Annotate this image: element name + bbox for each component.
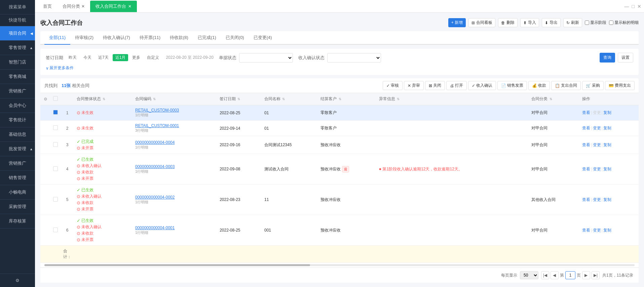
- date-opt-today[interactable]: 今天: [81, 54, 94, 61]
- filter-tab-closed[interactable]: 已关闭(0): [221, 31, 249, 45]
- doc-status-select[interactable]: [239, 53, 293, 63]
- close-action-btn[interactable]: ⊠ 关闭: [425, 81, 445, 90]
- tab-income-workbench[interactable]: 收入合同工作台 ✕: [90, 1, 137, 12]
- row-checkbox[interactable]: [53, 197, 58, 202]
- col-contract-type[interactable]: 合同分类 ⇅: [529, 93, 579, 105]
- contract-code-link[interactable]: RETAIL_CUSTOM-0003: [135, 108, 214, 113]
- sidebar-item-retail-mall[interactable]: 零售商城: [0, 70, 35, 84]
- sidebar-item-project[interactable]: 项目合同 ◀: [0, 26, 35, 41]
- settings-btn[interactable]: 设置: [618, 53, 633, 63]
- op-复制[interactable]: 复制: [603, 167, 611, 171]
- prev-page-btn[interactable]: ◀: [551, 271, 559, 279]
- first-page-btn[interactable]: |◀: [541, 271, 549, 279]
- col-overall-status[interactable]: 合同整体状态 ⇅: [74, 93, 132, 105]
- op-复制[interactable]: 复制: [603, 197, 611, 202]
- op-查看[interactable]: 查看: [582, 110, 590, 115]
- sidebar-item-purchase[interactable]: 采购管理: [0, 200, 35, 214]
- tab-close-contract-cat[interactable]: ✕: [81, 4, 85, 9]
- sidebar-item-smart-store[interactable]: 智慧门店: [0, 55, 35, 70]
- op-变更[interactable]: 变更: [593, 142, 601, 147]
- expand-conditions-btn[interactable]: ∨ 展开更多条件: [46, 65, 633, 71]
- date-opt-custom[interactable]: 自定义: [144, 54, 162, 61]
- current-page-input[interactable]: 1: [565, 271, 575, 279]
- op-查看[interactable]: 查看: [582, 228, 590, 233]
- op-变更[interactable]: 变更: [593, 126, 601, 130]
- horizontal-scrollbar[interactable]: [44, 264, 635, 266]
- contract-board-btn[interactable]: ⊞ 合同看板: [468, 18, 495, 27]
- row-checkbox[interactable]: [53, 142, 58, 147]
- op-复制[interactable]: 复制: [603, 126, 611, 130]
- income-confirm-select[interactable]: [327, 53, 381, 63]
- row-checkbox[interactable]: [53, 228, 58, 232]
- row-checkbox[interactable]: [53, 125, 58, 130]
- sidebar-search[interactable]: 搜索菜单: [0, 0, 35, 14]
- date-opt-more[interactable]: 更多: [129, 54, 143, 61]
- collection-action-btn[interactable]: 💰 收款: [528, 81, 550, 90]
- tab-close-income-workbench[interactable]: ✕: [128, 4, 131, 9]
- op-查看[interactable]: 查看: [582, 142, 590, 147]
- op-查看[interactable]: 查看: [582, 197, 590, 202]
- query-btn[interactable]: 查询: [600, 53, 615, 63]
- income-confirm-action-btn[interactable]: ✓ 收入确认: [468, 81, 496, 90]
- date-opt-last7[interactable]: 近7天: [96, 54, 111, 61]
- op-变更[interactable]: 变更: [593, 228, 601, 233]
- expense-action-btn[interactable]: 💳 费用支出: [605, 81, 635, 90]
- col-settings[interactable]: ⚙: [40, 93, 50, 105]
- tab-home[interactable]: 首页: [38, 1, 57, 12]
- out-contract-action-btn[interactable]: 📋 支出合同: [551, 81, 581, 90]
- sidebar-item-marketing2[interactable]: 营销推广: [0, 156, 35, 171]
- filter-tab-pending-collection[interactable]: 待收款(8): [165, 31, 193, 45]
- sidebar-item-member[interactable]: 会员中心: [0, 98, 35, 113]
- sidebar-item-base-info[interactable]: 基础信息: [0, 127, 35, 142]
- select-all-checkbox[interactable]: [53, 96, 58, 101]
- op-查看[interactable]: 查看: [582, 167, 590, 171]
- close-btn[interactable]: ✕: [637, 4, 641, 9]
- op-变更[interactable]: 变更: [593, 110, 601, 115]
- sidebar-item-batch-mgmt[interactable]: 批发管理 ▲: [0, 142, 35, 156]
- new-btn[interactable]: + 新增: [448, 18, 466, 27]
- print-action-btn[interactable]: 🖨 打开: [446, 81, 467, 90]
- next-page-btn[interactable]: ▶: [582, 271, 590, 279]
- tab-contract-cat[interactable]: 合同分类 ✕: [57, 1, 90, 12]
- last-page-btn[interactable]: ▶|: [592, 271, 600, 279]
- col-abnormal-info[interactable]: 异常信息 ⇅: [376, 93, 529, 105]
- op-复制[interactable]: 复制: [603, 228, 611, 233]
- op-变更[interactable]: 变更: [593, 167, 601, 171]
- sidebar-settings[interactable]: ⚙: [0, 274, 35, 287]
- op-查看[interactable]: 查看: [582, 126, 590, 130]
- sidebar-nav[interactable]: 快捷导航: [0, 14, 35, 26]
- scroll-thumb[interactable]: [44, 264, 310, 266]
- sidebar-item-ec[interactable]: 小畅电商: [0, 185, 35, 200]
- row-checkbox[interactable]: [53, 110, 58, 115]
- date-opt-last1month[interactable]: 近1月: [113, 54, 128, 61]
- refresh-btn[interactable]: ↻ 刷新: [563, 18, 582, 27]
- review-action-btn[interactable]: ✓ 审核: [383, 81, 403, 90]
- export-btn[interactable]: ⬇ 导出: [542, 18, 561, 27]
- sales-invoice-action-btn[interactable]: 📄 销售发票: [497, 81, 527, 90]
- contract-code-link[interactable]: 0000000000004-0004: [135, 140, 214, 145]
- col-settlement-customer[interactable]: 结算客户 ⇅: [318, 93, 376, 105]
- op-复制[interactable]: 复制: [603, 142, 611, 147]
- maximize-btn[interactable]: □: [632, 4, 635, 9]
- show-fields-checkbox[interactable]: [585, 20, 589, 25]
- col-sign-date[interactable]: 签订日期 ⇅: [217, 93, 262, 105]
- sidebar-item-sales-mgmt[interactable]: 销售管理: [0, 171, 35, 185]
- col-contract-code[interactable]: 合同编码 ⇅: [132, 93, 217, 105]
- filter-tab-all[interactable]: 全部(11): [44, 31, 70, 45]
- import-btn[interactable]: ⬆ 导入: [520, 18, 539, 27]
- sidebar-item-marketing[interactable]: 营销推广: [0, 84, 35, 98]
- show-detail-checkbox[interactable]: [609, 20, 613, 25]
- minimize-btn[interactable]: —: [624, 4, 629, 9]
- sidebar-item-retail-stat[interactable]: 零售统计: [0, 113, 35, 127]
- contract-code-link[interactable]: 0000000000004-0003: [135, 164, 214, 169]
- sidebar-item-retail-mgmt[interactable]: 零售管理 ▲: [0, 41, 35, 55]
- delete-btn[interactable]: 🗑 删除: [498, 18, 518, 27]
- col-contract-name[interactable]: 合同名称 ⇅: [262, 93, 318, 105]
- filter-tab-pending-invoice[interactable]: 待开票(11): [135, 31, 165, 45]
- op-变更[interactable]: 变更: [593, 197, 601, 202]
- filter-tab-pending-confirm[interactable]: 待收入确认(7): [98, 31, 135, 45]
- sidebar-item-inventory[interactable]: 库存核算: [0, 214, 35, 229]
- contract-code-link[interactable]: 0000000000004-0002: [135, 195, 214, 200]
- op-复制[interactable]: 复制: [603, 110, 611, 115]
- row-checkbox[interactable]: [53, 166, 58, 171]
